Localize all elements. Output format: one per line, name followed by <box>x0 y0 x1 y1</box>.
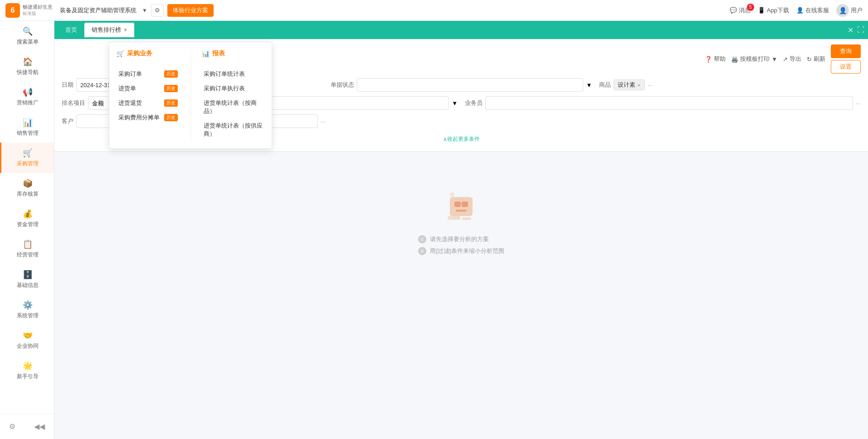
empty-state: ① 请先选择要分析的方案 ② 用[过滤]条件来缩小分析范围 <box>54 152 868 293</box>
tab-home[interactable]: 首页 <box>58 23 84 37</box>
header-right: 💬 5 消息 📱 App下载 👤 在线客服 👤 用户 <box>730 4 863 17</box>
app-download-btn[interactable]: 📱 App下载 <box>758 6 789 15</box>
help-icon: ❓ <box>705 56 712 63</box>
sidebar-item-quick-nav[interactable]: 🏠 快捷导航 <box>0 51 54 82</box>
finance-icon: 💰 <box>23 209 33 219</box>
tab-expand-btn[interactable]: ⛶ <box>857 26 864 34</box>
sidebar-item-system[interactable]: ⚙️ 系统管理 <box>0 295 54 325</box>
sidebar-item-guide[interactable]: 🌟 新手引导 <box>0 355 54 386</box>
sidebar-item-enterprise[interactable]: 🤝 企业协同 <box>0 325 54 355</box>
purchase-dropdown-menu: 🛒 采购业务 采购订单 历史 进货单 历史 进货退货 历史 <box>109 42 272 149</box>
date-label: 日期 <box>62 81 73 89</box>
dropdown-item-inbound[interactable]: 进货单 历史 <box>117 81 180 96</box>
system-dropdown-btn[interactable]: ▼ <box>142 7 147 14</box>
dropdown-item-purchase-order[interactable]: 采购订单 历史 <box>117 67 180 81</box>
salesman-dots[interactable]: ··· <box>856 100 861 107</box>
search-icon: 🔍 <box>23 26 33 36</box>
dropdown-item-report-2[interactable]: 采购订单执行表 <box>202 81 265 96</box>
sidebar-item-inventory[interactable]: 📦 库存核算 <box>0 173 54 203</box>
sidebar-item-purchase[interactable]: 🛒 采购管理 <box>0 143 54 173</box>
salesman-label: 业务员 <box>465 99 483 107</box>
enterprise-icon: 🤝 <box>23 330 33 340</box>
avatar: 👤 <box>836 4 849 17</box>
print-icon: 🖨️ <box>731 56 738 63</box>
dropdown-columns: 🛒 采购业务 采购订单 历史 进货单 历史 进货退货 历史 <box>117 49 264 141</box>
dropdown-item-purchase-expense[interactable]: 采购费用分摊单 历史 <box>117 110 180 125</box>
system-icon: ⚙️ <box>23 300 33 310</box>
voucher-status-label: 单据状态 <box>331 81 354 89</box>
svg-point-6 <box>450 192 454 197</box>
online-service-btn[interactable]: 👤 在线客服 <box>796 6 829 15</box>
refresh-icon: ↻ <box>807 56 812 63</box>
svg-rect-0 <box>450 197 473 216</box>
message-badge: 5 <box>747 4 754 11</box>
tab-bar-right: ✕ ⛶ <box>848 26 864 35</box>
empty-hint-1: ① 请先选择要分析的方案 <box>418 233 504 245</box>
tab-sales-ranking[interactable]: 销售排行榜 × <box>84 23 134 37</box>
user-btn[interactable]: 👤 用户 <box>836 4 863 17</box>
tab-close-all-btn[interactable]: ✕ <box>848 26 853 35</box>
history-badge-1: 历史 <box>164 85 178 92</box>
collapse-sidebar-btn[interactable]: ◀◀ <box>31 419 48 434</box>
dropdown-item-report-1[interactable]: 采购订单统计表 <box>202 67 265 81</box>
dropdown-item-report-4[interactable]: 进货单统计表（按供应商） <box>202 118 265 141</box>
guide-icon: 🌟 <box>23 361 33 371</box>
empty-hint-2: ② 用[过滤]条件来缩小分析范围 <box>418 245 504 257</box>
voucher-status-filter-group: 单据状态 ▼ <box>331 78 592 92</box>
system-settings-btn[interactable]: ⚙ <box>151 4 164 17</box>
sidebar-bottom: ⚙ ◀◀ <box>0 414 54 439</box>
rank-chevron-icon: ▼ <box>452 100 458 107</box>
sidebar: 🔍 搜索菜单 🏠 快捷导航 📢 营销推广 📊 销售管理 🛒 采购管理 📦 库存核… <box>0 21 54 439</box>
message-btn[interactable]: 💬 5 消息 <box>730 6 751 15</box>
dropdown-item-inbound-return[interactable]: 进货退货 历史 <box>117 96 180 110</box>
home-icon: 🏠 <box>23 57 33 67</box>
purchase-col: 🛒 采购业务 采购订单 历史 进货单 历史 进货退货 历史 <box>117 49 180 141</box>
sidebar-item-marketing[interactable]: 📢 营销推广 <box>0 82 54 112</box>
goods-filter-group: 商品 设计素 × ··· <box>599 79 861 90</box>
sidebar-item-finance[interactable]: 💰 资金管理 <box>0 203 54 234</box>
empty-icon <box>439 188 484 224</box>
tab-close-btn[interactable]: × <box>124 27 127 33</box>
svg-rect-4 <box>448 216 460 220</box>
bell-icon: 💬 <box>730 7 737 14</box>
sidebar-item-sales[interactable]: 📊 销售管理 <box>0 112 54 143</box>
purchase-icon: 🛒 <box>23 148 33 158</box>
refresh-btn[interactable]: ↻ 刷新 <box>807 44 825 74</box>
col-divider <box>190 49 191 141</box>
phone-icon: 📱 <box>758 7 765 14</box>
main-layout: 🔍 搜索菜单 🏠 快捷导航 📢 营销推广 📊 销售管理 🛒 采购管理 📦 库存核… <box>0 21 868 439</box>
export-icon: ↗ <box>783 56 788 63</box>
sidebar-item-operations[interactable]: 📋 经营管理 <box>0 234 54 264</box>
help-btn[interactable]: ❓ 帮助 <box>705 44 726 74</box>
operations-icon: 📋 <box>23 239 33 249</box>
customer-dots[interactable]: ··· <box>321 118 326 125</box>
print-btn[interactable]: 🖨️ 按模板打印 ▼ <box>731 44 777 74</box>
logo-icon: 6 <box>5 3 20 18</box>
header-middle: 装备及固定资产辅助管理系统 ▼ ⚙ 体验行业方案 <box>60 4 730 17</box>
customer-label: 客户 <box>62 117 73 125</box>
rank-item-label: 排名项目 <box>62 99 85 107</box>
voucher-status-dots: ▼ <box>586 82 592 89</box>
logo-text: 畅捷通好生意 标准版 <box>23 4 53 16</box>
goods-tag-close[interactable]: × <box>637 82 641 89</box>
dropdown-item-report-3[interactable]: 进货单统计表（按商品） <box>202 96 265 118</box>
export-btn[interactable]: ↗ 导出 <box>783 44 801 74</box>
query-btn[interactable]: 查询 <box>831 44 861 58</box>
history-badge-0: 历史 <box>164 70 178 78</box>
goods-dots[interactable]: ··· <box>648 82 653 89</box>
sidebar-item-basic-info[interactable]: 🗄️ 基础信息 <box>0 264 54 295</box>
svg-rect-3 <box>456 210 467 212</box>
chevron-up-icon: ∧ <box>443 136 447 143</box>
salesman-input[interactable] <box>485 96 853 110</box>
trial-btn[interactable]: 体验行业方案 <box>167 4 214 17</box>
content-area: 首页 销售排行榜 × ✕ ⛶ ❓ 帮助 <box>54 21 868 439</box>
marketing-icon: 📢 <box>23 87 33 97</box>
svg-rect-1 <box>454 202 461 207</box>
settings-bottom-btn[interactable]: ⚙ <box>6 419 18 434</box>
sales-icon: 📊 <box>23 118 33 128</box>
sidebar-item-search[interactable]: 🔍 搜索菜单 <box>0 21 54 51</box>
settings-action-btn[interactable]: 设置 <box>831 60 861 74</box>
system-name: 装备及固定资产辅助管理系统 <box>60 6 137 15</box>
print-dropdown-icon: ▼ <box>771 56 777 63</box>
voucher-status-select[interactable] <box>357 78 584 92</box>
